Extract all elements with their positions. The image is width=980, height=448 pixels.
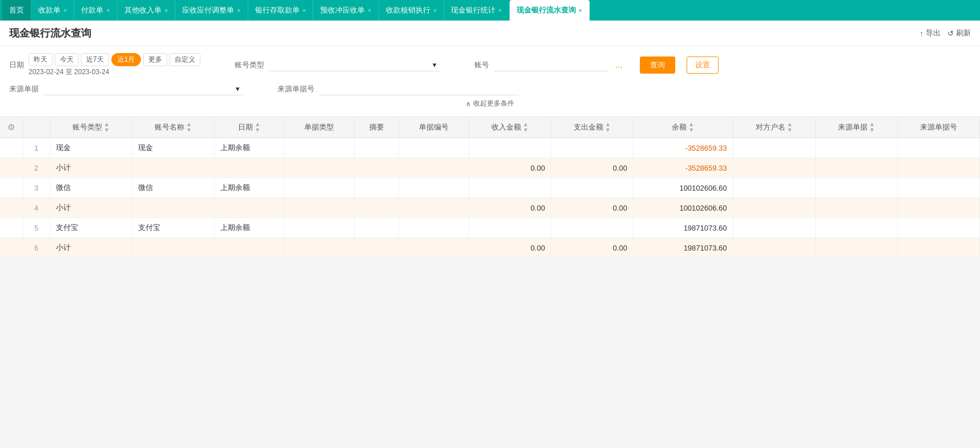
account-input[interactable] [494,59,608,71]
data-table: ⚙ 账号类型 ▲▼ 账号名称 ▲▼ 日期 [0,117,980,258]
cell-gear [0,138,23,158]
cell-num: 2 [23,158,50,178]
nav-receipt-label: 收款单 [38,5,61,15]
nav-item-prepay[interactable]: 预收冲应收单 × [313,0,378,21]
cell-counterpart [733,158,815,178]
nav-item-collect-exec[interactable]: 收款核销执行 × [379,0,444,21]
page-title: 现金银行流水查询 [9,26,91,40]
cell-expense [551,138,633,158]
nav-close-payment[interactable]: × [106,7,110,14]
col-account-type[interactable]: 账号类型 ▲▼ [50,117,132,138]
nav-item-home[interactable]: 首页 [2,0,31,21]
cell-summary [354,198,399,218]
nav-close-receipt[interactable]: × [63,7,67,14]
nav-item-payment[interactable]: 付款单 × [74,0,117,21]
nav-payment-label: 付款单 [81,5,103,15]
table-row[interactable]: 1 现金 现金 上期余额 -3528659.33 [0,138,980,158]
date-btn-today[interactable]: 今天 [55,53,79,66]
date-btn-yesterday[interactable]: 昨天 [29,53,53,66]
date-filter-group: 日期 昨天 今天 近7天 近1月 更多 自定义 2023-02-24 至 202… [9,53,200,77]
nav-item-other-income[interactable]: 其他收入单 × [118,0,175,21]
nav-close-other-income[interactable]: × [164,7,168,14]
cell-balance: -3528659.33 [633,158,733,178]
col-account-name[interactable]: 账号名称 ▲▼ [132,117,214,138]
cell-balance: 100102606.60 [633,178,733,198]
date-btn-more[interactable]: 更多 [143,53,167,66]
source-doc-no-input[interactable] [319,83,519,95]
cell-income [469,178,551,198]
date-btn-7days[interactable]: 近7天 [81,53,109,66]
cell-expense [551,178,633,198]
source-doc-chevron-icon: ▾ [236,84,240,93]
cell-source-doc [815,198,897,218]
col-summary: 摘要 [354,117,399,138]
nav-close-collect-exec[interactable]: × [433,7,437,14]
nav-close-prepay[interactable]: × [368,7,371,14]
cell-source-doc-no [897,178,979,198]
collapse-bar[interactable]: ∧ 收起更多条件 [9,95,971,110]
filter-area: 日期 昨天 今天 近7天 近1月 更多 自定义 2023-02-24 至 202… [0,46,980,117]
nav-close-ap-adjust[interactable]: × [237,7,240,14]
cell-gear [0,238,23,258]
query-button[interactable]: 查询 [640,56,675,74]
col-counterpart[interactable]: 对方户名 ▲▼ [733,117,815,138]
nav-cash-stat-label: 现金银行统计 [451,5,495,15]
dots-button[interactable]: ... [615,60,622,70]
cell-doc-no [399,158,469,178]
table-row[interactable]: 5 支付宝 支付宝 上期余额 19871073.60 [0,218,980,238]
cell-summary [354,138,399,158]
col-expense[interactable]: 支出金额 ▲▼ [551,117,633,138]
col-balance[interactable]: 余额 ▲▼ [633,117,733,138]
sort-date-icon: ▲▼ [255,122,260,133]
export-label: 导出 [926,28,941,38]
cell-summary [354,178,399,198]
table-row[interactable]: 4 小计 0.00 0.00 100102606.60 [0,198,980,218]
nav-item-bank-deposit[interactable]: 银行存取款单 × [248,0,313,21]
col-income[interactable]: 收入金额 ▲▼ [469,117,551,138]
cell-counterpart [733,178,815,198]
nav-item-receipt[interactable]: 收款单 × [31,0,74,21]
cell-gear [0,218,23,238]
table-row[interactable]: 6 小计 0.00 0.00 19871073.60 [0,238,980,258]
cell-counterpart [733,238,815,258]
table-row[interactable]: 2 小计 0.00 0.00 -3528659.33 [0,158,980,178]
cell-num: 6 [23,238,50,258]
cell-source-doc [815,138,897,158]
table-row[interactable]: 3 微信 微信 上期余额 100102606.60 [0,178,980,198]
cell-date [214,158,284,178]
cell-account-type: 小计 [50,158,132,178]
date-btn-1month[interactable]: 近1月 [111,53,142,66]
date-btn-custom[interactable]: 自定义 [170,53,200,66]
source-doc-label: 来源单据 [9,84,39,94]
cell-doc-no [399,138,469,158]
account-type-select[interactable]: ▾ [269,59,440,71]
col-gear[interactable]: ⚙ [0,117,23,138]
page-header: 现金银行流水查询 ↑ 导出 ↺ 刷新 [0,21,980,46]
cell-source-doc-no [897,138,979,158]
cell-source-doc-no [897,198,979,218]
nav-close-bank-deposit[interactable]: × [303,7,306,14]
nav-item-ap-adjust[interactable]: 应收应付调整单 × [175,0,248,21]
cell-date [214,198,284,218]
cell-expense [551,218,633,238]
cell-income: 0.00 [469,158,551,178]
col-date[interactable]: 日期 ▲▼ [214,117,284,138]
nav-close-cash-stat[interactable]: × [498,7,502,14]
account-type-label: 账号类型 [235,60,264,70]
nav-item-cash-flow[interactable]: 现金银行流水查询 × [510,0,590,21]
source-doc-select[interactable]: ▾ [43,83,243,95]
nav-item-cash-stat[interactable]: 现金银行统计 × [444,0,509,21]
account-filter-group: 账号 ... [474,59,622,71]
export-button[interactable]: ↑ 导出 [920,28,941,38]
nav-prepay-label: 预收冲应收单 [320,5,365,15]
refresh-button[interactable]: ↺ 刷新 [947,28,971,38]
settings-button[interactable]: 设置 [687,56,719,74]
col-source-doc[interactable]: 来源单据 ▲▼ [815,117,897,138]
refresh-icon: ↺ [947,29,954,38]
cell-account-name: 支付宝 [132,218,214,238]
cell-expense: 0.00 [551,198,633,218]
sort-account-name-icon: ▲▼ [186,122,192,133]
col-doc-no: 单据编号 [399,117,469,138]
collapse-up-icon: ∧ [466,100,471,108]
nav-close-cash-flow[interactable]: × [579,7,582,14]
